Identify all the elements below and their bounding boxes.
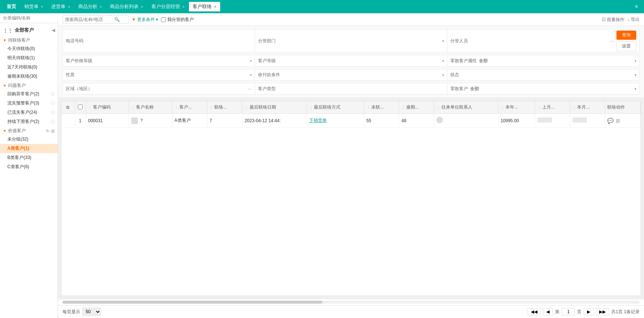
row-chat-icon[interactable]: 💬 — [607, 118, 613, 124]
filter-customer-level-input[interactable] — [278, 58, 440, 63]
row-last-method-cell: 下销货单 — [307, 114, 364, 128]
filter-region-input[interactable] — [94, 86, 245, 91]
nav-tab-goods-analysis-close[interactable]: × — [100, 4, 102, 9]
filter-nature-chevron[interactable]: ▾ — [250, 73, 252, 77]
nav-tab-goods-analysis-list[interactable]: 商品分析列表 × — [106, 2, 147, 11]
footer-first-page-button[interactable]: ◀◀ — [527, 308, 541, 315]
table-header-unit-contact[interactable]: ⋮ 往来单位联系人 — [434, 101, 498, 114]
sidebar-item-declining[interactable]: 持续下滑客户(2) ⓘ — [0, 117, 58, 126]
nav-tab-sales[interactable]: 销货单 × — [21, 2, 47, 11]
filter-region-dots[interactable]: ··· — [247, 86, 252, 92]
filter-payment-chevron[interactable]: ▾ — [442, 73, 444, 77]
nav-tab-purchase-label: 进货单 — [51, 3, 65, 10]
scroll-track[interactable] — [62, 301, 640, 304]
sidebar-item-churn-warning-info[interactable]: ⓘ — [51, 100, 55, 106]
select-all-checkbox[interactable] — [78, 105, 83, 109]
nav-tab-goods-analysis[interactable]: 商品分析 × — [75, 2, 105, 11]
nav-tab-customer-contact-close[interactable]: × — [214, 4, 216, 9]
sidebar-item-churned-info[interactable]: ⓘ — [51, 110, 55, 115]
footer-next-page-button[interactable]: ▶ — [584, 308, 594, 315]
footer-page-input[interactable] — [562, 308, 575, 315]
table-header-overdue[interactable]: ⋮ 逾期... — [399, 101, 434, 114]
filter-search-icon[interactable]: 🔍 — [114, 17, 120, 22]
filter-payment-input[interactable] — [282, 72, 440, 77]
sidebar-all-customers[interactable]: ⋮⋮ 全部客户 ◀ — [0, 25, 58, 36]
table-header-code[interactable]: ⋮ 客户编码 — [86, 101, 129, 114]
row-last-method-link[interactable]: 下销货单 — [309, 118, 327, 123]
filter-phone-input[interactable] — [86, 38, 252, 43]
table-header-last-method[interactable]: ⋮ 最后联络方式 — [307, 101, 364, 114]
sidebar-collapse-icon[interactable]: ◀ — [52, 28, 55, 33]
filter-retail-attr-label: 零散客户属性 — [450, 58, 477, 64]
scroll-thumb[interactable] — [62, 301, 322, 304]
nav-tab-customer-segment-close[interactable]: × — [182, 4, 185, 9]
filter-search-input[interactable] — [65, 17, 113, 22]
nav-tab-purchase[interactable]: 进货单 × — [47, 2, 74, 11]
table-header-last-date[interactable]: ⋮ 最后联络日期 — [242, 101, 307, 114]
sidebar-item-churn-warning[interactable]: 流失预警客户(3) ⓘ — [0, 99, 58, 108]
table-header-last-month[interactable]: ⋮ 上月... — [535, 101, 570, 114]
filter-price-level-chevron[interactable]: ▾ — [250, 59, 252, 63]
sidebar-value-refresh-icon[interactable]: ↻ — [46, 128, 50, 134]
table-header-contact-count[interactable]: ⋮ 联络... — [207, 101, 242, 114]
nav-tab-home[interactable]: 首页 — [3, 2, 20, 11]
table-header-this-month[interactable]: ⋮ 本月... — [570, 101, 605, 114]
sidebar-item-class-b[interactable]: B类客户(33) — [0, 153, 58, 162]
filter-retail-attr-chevron[interactable]: ▾ — [634, 59, 636, 63]
table-header-name[interactable]: ⋮ 客户名称 — [129, 101, 172, 114]
sidebar-item-churned[interactable]: 已流失客户(24) ⓘ — [0, 108, 58, 117]
my-customers-checkbox[interactable] — [161, 17, 166, 22]
sidebar-problem-label: 问题客户 — [8, 82, 26, 89]
filter-more-button[interactable]: ▼ 更多条件 ▾ — [132, 17, 158, 23]
settings-button[interactable]: 设置 — [616, 41, 636, 51]
query-button[interactable]: 查询 — [616, 31, 636, 40]
table-header-no-contact[interactable]: ⋮ 未联... — [364, 101, 399, 114]
filter-person-input[interactable] — [470, 38, 608, 43]
nav-tab-purchase-close[interactable]: × — [68, 4, 70, 9]
filter-price-level-input[interactable] — [94, 58, 248, 63]
col-sort-icon-no-contact: ⋮ — [366, 105, 370, 109]
sidebar-item-today[interactable]: 今天待联络(0) — [0, 44, 58, 53]
table-header-checkbox[interactable] — [75, 101, 86, 114]
footer-last-page-button[interactable]: ▶▶ — [596, 308, 609, 315]
row-grid-icon[interactable]: ⊞ — [616, 118, 620, 124]
nav-tab-customer-contact[interactable]: 客户联络 × — [189, 2, 220, 11]
filter-status-chevron[interactable]: ▾ — [634, 73, 636, 77]
sidebar-item-declining-info[interactable]: ⓘ — [51, 119, 55, 124]
footer-prev-page-button[interactable]: ◀ — [543, 308, 553, 315]
filter-customer-type-input[interactable] — [278, 86, 444, 91]
sidebar-item-7days[interactable]: 近7天待联络(0) — [0, 63, 58, 72]
filter-cell-retail-customer: 零散客户 全部 ▾ — [447, 83, 640, 95]
sidebar-item-class-c[interactable]: C类客户(6) — [0, 162, 58, 172]
batch-operation-button[interactable]: ☑ 批量操作 — [602, 17, 625, 23]
sidebar-item-repurchase-info[interactable]: ⓘ — [51, 91, 55, 97]
sidebar-item-unclassified[interactable]: 未分组(32) — [0, 135, 58, 144]
filter-retail-customer-chevron[interactable]: ▾ — [634, 87, 636, 91]
filter-dept-input[interactable] — [278, 38, 440, 43]
nav-tab-sales-close[interactable]: × — [41, 4, 43, 9]
filter-dept-chevron[interactable]: ▾ — [442, 39, 444, 43]
table-header-gear[interactable]: ⚙ — [61, 101, 75, 114]
sidebar-item-tomorrow[interactable]: 明天待联络(1) — [0, 53, 58, 63]
nav-tab-goods-analysis-list-close[interactable]: × — [141, 4, 143, 9]
sidebar-value-add-icon[interactable]: ⊞ — [51, 128, 55, 134]
nav-tab-customer-segment[interactable]: 客户分层经营 × — [148, 2, 188, 11]
footer-total-label: 共1页 1条记录 — [611, 309, 640, 315]
table-col-unit-label: 往来单位联系人 — [441, 105, 472, 110]
row-name-cell: ？ — [129, 114, 172, 128]
filter-nature-input[interactable] — [77, 72, 248, 77]
filter-status-input[interactable] — [461, 72, 632, 77]
export-button[interactable]: ↓ 导出 — [627, 17, 640, 23]
table-header-type[interactable]: ⋮ 客户... — [172, 101, 207, 114]
filter-customer-level-chevron[interactable]: ▾ — [442, 59, 444, 63]
sidebar-item-class-a[interactable]: A类客户(1) — [0, 144, 58, 153]
sidebar-item-overdue[interactable]: 逾期未联络(30) — [0, 72, 58, 81]
table-header-this-year[interactable]: ⋮ 本年... — [498, 101, 535, 114]
window-close-button[interactable]: × — [632, 3, 641, 11]
footer-per-page-select[interactable]: 50 100 — [82, 308, 101, 316]
sidebar-search-input[interactable] — [3, 15, 58, 21]
filter-person-dots[interactable]: ··· — [610, 38, 614, 44]
adv-filter-row-1: 电话号码 分管部门 ▾ 分管人员 ··· 查询 设置 — [62, 29, 640, 53]
sidebar-item-repurchase-abnormal[interactable]: 回购异常客户(2) ⓘ — [0, 89, 58, 99]
filter-my-customers[interactable]: 我分管的客户 — [161, 17, 194, 23]
